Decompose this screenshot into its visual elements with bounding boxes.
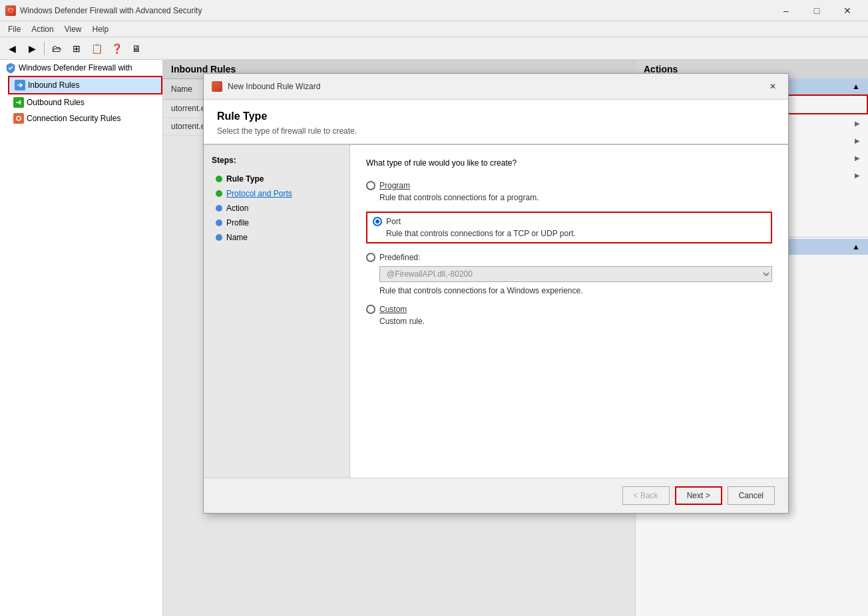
radio-label-predefined: Predefined: bbox=[379, 253, 420, 262]
toolbar-monitor[interactable]: 🖥 bbox=[127, 40, 146, 57]
step-dot-name bbox=[216, 234, 222, 241]
toolbar: ◀ ▶ 🗁 ⊞ 📋 ❓ 🖥 bbox=[0, 37, 868, 60]
radio-label-custom: Custom bbox=[379, 305, 407, 314]
step-label-name: Name bbox=[226, 233, 248, 242]
tree-connection-label: Connection Security Rules bbox=[27, 114, 120, 123]
radio-desc-custom: Custom rule. bbox=[379, 317, 772, 326]
predefined-select[interactable]: @FirewallAPI.dll,-80200 bbox=[379, 266, 772, 282]
dialog-footer: < Back Next > Cancel bbox=[204, 478, 788, 513]
center-panel: Inbound Rules Name Group Profile Enabled… bbox=[163, 60, 635, 616]
left-panel: Windows Defender Firewall with Inbound R… bbox=[0, 60, 163, 616]
step-dot-action bbox=[216, 205, 222, 212]
outbound-icon bbox=[13, 97, 24, 108]
connection-icon bbox=[13, 113, 24, 124]
shield-icon bbox=[5, 63, 16, 73]
menu-file[interactable]: File bbox=[3, 23, 26, 35]
next-button[interactable]: Next > bbox=[675, 486, 722, 505]
dialog-icon bbox=[212, 81, 222, 92]
step-label-protocol: Protocol and Ports bbox=[226, 189, 292, 198]
radio-port[interactable] bbox=[373, 217, 382, 226]
option-port-box: Port Rule that controls connections for … bbox=[366, 212, 772, 243]
option-predefined-row: Predefined: bbox=[366, 253, 772, 262]
radio-program[interactable] bbox=[366, 181, 375, 190]
step-action: Action bbox=[212, 201, 341, 216]
dialog-title: New Inbound Rule Wizard bbox=[228, 82, 765, 91]
menu-bar: File Action View Help bbox=[0, 21, 868, 37]
dialog-close-button[interactable]: ✕ bbox=[765, 79, 780, 94]
dialog-top-area: Rule Type Select the type of firewall ru… bbox=[204, 100, 788, 145]
option-program: Program Rule that controls connections f… bbox=[366, 181, 772, 202]
tree-item-outbound[interactable]: Outbound Rules bbox=[8, 94, 162, 110]
wizard-question: What type of rule would you like to crea… bbox=[366, 158, 772, 168]
tree-item-connection[interactable]: Connection Security Rules bbox=[8, 110, 162, 126]
toolbar-folder[interactable]: 🗁 bbox=[47, 40, 66, 57]
step-label-profile: Profile bbox=[226, 218, 249, 228]
step-dot-profile bbox=[216, 220, 222, 226]
tree-outbound-label: Outbound Rules bbox=[27, 98, 85, 107]
toolbar-forward[interactable]: ▶ bbox=[23, 40, 41, 57]
filter-group-arrow: ▶ bbox=[855, 154, 860, 162]
menu-view[interactable]: View bbox=[59, 23, 87, 35]
dialog-overlay: New Inbound Rule Wizard ✕ Rule Type Sele… bbox=[163, 60, 635, 616]
section-collapse-icon[interactable]: ▲ bbox=[852, 82, 860, 91]
radio-custom[interactable] bbox=[366, 305, 375, 314]
wizard-dialog: New Inbound Rule Wizard ✕ Rule Type Sele… bbox=[203, 73, 789, 514]
steps-header: Steps: bbox=[212, 156, 341, 165]
svg-rect-2 bbox=[13, 113, 24, 124]
minimize-button[interactable]: – bbox=[771, 0, 801, 21]
window-controls: – □ ✕ bbox=[771, 0, 863, 21]
filter-profile-arrow: ▶ bbox=[855, 120, 860, 127]
step-dot-rule-type bbox=[216, 176, 222, 182]
main-container: Windows Defender Firewall with Inbound R… bbox=[0, 60, 868, 616]
radio-desc-predefined: Rule that controls connections for a Win… bbox=[379, 286, 772, 295]
radio-predefined[interactable] bbox=[366, 253, 375, 262]
toolbar-separator-1 bbox=[44, 42, 45, 55]
app-icon: 🛡 bbox=[5, 5, 16, 16]
close-button[interactable]: ✕ bbox=[832, 0, 863, 21]
radio-desc-program: Rule that controls connections for a pro… bbox=[379, 193, 772, 202]
step-dot-protocol bbox=[216, 190, 222, 197]
step-protocol-ports[interactable]: Protocol and Ports bbox=[212, 186, 341, 201]
window-title: Windows Defender Firewall with Advanced … bbox=[20, 6, 771, 15]
option-custom-row: Custom bbox=[366, 305, 772, 314]
wizard-step-title: Rule Type bbox=[217, 110, 775, 122]
step-name: Name bbox=[212, 230, 341, 245]
wizard-step-subtitle: Select the type of firewall rule to crea… bbox=[217, 126, 775, 136]
tree-inbound-label: Inbound Rules bbox=[28, 80, 79, 90]
back-button[interactable]: < Back bbox=[622, 486, 670, 505]
dialog-content: Steps: Rule Type Protocol and Ports bbox=[204, 145, 788, 478]
restore-button[interactable]: □ bbox=[801, 0, 832, 21]
tree-item-root[interactable]: Windows Defender Firewall with bbox=[0, 60, 162, 76]
cancel-button[interactable]: Cancel bbox=[728, 486, 775, 505]
title-bar: 🛡 Windows Defender Firewall with Advance… bbox=[0, 0, 868, 21]
radio-desc-port: Rule that controls connections for a TCP… bbox=[386, 229, 765, 238]
inbound-icon bbox=[15, 80, 25, 90]
menu-action[interactable]: Action bbox=[26, 23, 59, 35]
view-arrow: ▶ bbox=[855, 172, 860, 179]
step-rule-type: Rule Type bbox=[212, 172, 341, 186]
toolbar-export[interactable]: 📋 bbox=[87, 40, 106, 57]
steps-panel: Steps: Rule Type Protocol and Ports bbox=[204, 145, 350, 478]
option-port-row: Port bbox=[373, 217, 765, 226]
option-predefined: Predefined: @FirewallAPI.dll,-80200 Rule… bbox=[366, 253, 772, 295]
option-program-row: Program bbox=[366, 181, 772, 190]
toolbar-help[interactable]: ❓ bbox=[107, 40, 126, 57]
step-label-rule-type: Rule Type bbox=[226, 174, 264, 184]
toolbar-grid[interactable]: ⊞ bbox=[67, 40, 86, 57]
filter-state-arrow: ▶ bbox=[855, 137, 860, 144]
option-custom: Custom Custom rule. bbox=[366, 305, 772, 326]
utorrent-collapse-icon[interactable]: ▲ bbox=[852, 242, 860, 251]
radio-label-program: Program bbox=[379, 181, 410, 190]
step-label-action: Action bbox=[226, 204, 248, 213]
tree-item-inbound[interactable]: Inbound Rules bbox=[8, 76, 162, 94]
toolbar-back[interactable]: ◀ bbox=[3, 40, 21, 57]
wizard-main: What type of rule would you like to crea… bbox=[350, 145, 788, 478]
step-profile: Profile bbox=[212, 216, 341, 230]
tree-root-label: Windows Defender Firewall with bbox=[19, 63, 132, 73]
dialog-title-bar: New Inbound Rule Wizard ✕ bbox=[204, 74, 788, 100]
dialog-body: Rule Type Select the type of firewall ru… bbox=[204, 100, 788, 513]
radio-label-port: Port bbox=[386, 217, 401, 226]
menu-help[interactable]: Help bbox=[87, 23, 114, 35]
predefined-select-wrap: @FirewallAPI.dll,-80200 bbox=[379, 266, 772, 282]
